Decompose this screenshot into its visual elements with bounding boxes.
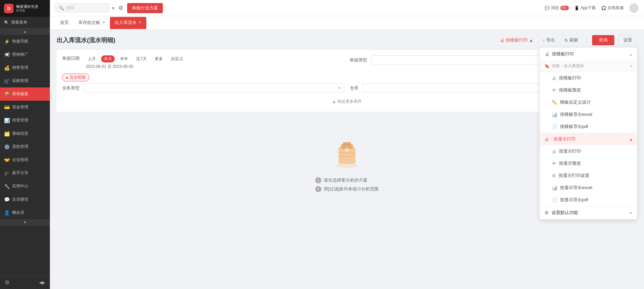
refresh-btn[interactable]: ↻ 刷新 — [562, 36, 581, 45]
date-option-this-year[interactable]: 本年 — [117, 55, 131, 62]
tab-batch-close[interactable]: ✕ — [102, 20, 105, 25]
template-print-item[interactable]: 🖨 按模板打印 — [540, 72, 637, 84]
sidebar: b 畅捷通好生意 标准版 🔍 搜索菜单 ▲ ⚡ 快捷导航 📢 营销推广 💰 销售… — [0, 0, 50, 289]
tag-icon: ● — [66, 75, 68, 80]
display-print-section: 🖨 按显示打印 ▴ 🖨 按显示打印 👁 按显示预览 ⚙ 按显示打印设置 — [540, 133, 637, 206]
template-pdf-item-label: 按模板导出pdf — [560, 124, 588, 130]
system-icon: ⚙️ — [4, 144, 9, 150]
sidebar-collapse-btn[interactable]: ◀▶ — [39, 280, 45, 285]
template-custom-item[interactable]: ✏️ 模板自定义设计 — [540, 96, 637, 108]
marketing-icon: 📢 — [4, 52, 9, 57]
template-excel-item[interactable]: 📊 按模板导出excel — [540, 108, 637, 121]
message-btn[interactable]: 💬 消息 99+ — [545, 5, 569, 11]
message-badge: 99+ — [560, 6, 569, 10]
scroll-down-btn[interactable]: ▼ — [0, 219, 50, 226]
sidebar-item-inventory[interactable]: 📦 库存核算 — [0, 87, 50, 101]
tab-batch-label: 库存批次账 — [78, 20, 100, 26]
template-print-header[interactable]: 🖨 按模板打印 ▴ — [540, 48, 637, 60]
sidebar-item-label: 企业协同 — [12, 157, 28, 163]
date-option-7-days[interactable]: 近7天 — [134, 55, 149, 62]
phone-icon: 📱 — [574, 6, 579, 10]
sidebar-item-system[interactable]: ⚙️ 系统管理 — [0, 140, 50, 153]
main-area: 🔍 搜索 ▾ ⚙ 体验行业方案 💬 消息 99+ 📱 App下载 🎧 在线客服 — [50, 0, 644, 289]
empty-illustration: ? — [330, 137, 364, 170]
display-preview-item[interactable]: 👁 按显示预览 — [540, 157, 637, 169]
tab-flow-close[interactable]: ✕ — [139, 20, 142, 25]
type-filter-label: 单据类型 — [350, 57, 367, 63]
date-option-more[interactable]: 更多 — [152, 55, 166, 62]
topbar-search-box[interactable]: 🔍 搜索 — [55, 3, 109, 12]
template-section-chevron: ▴ — [630, 52, 632, 57]
default-section: ⚙ 设置默认功能 ▾ — [540, 206, 637, 219]
quicknav-icon: ⚡ — [4, 39, 9, 44]
finance-icon: 💳 — [4, 105, 9, 110]
user-avatar[interactable] — [629, 3, 639, 13]
date-option-custom[interactable]: 自定义 — [168, 55, 186, 62]
template-print-section: 🖨 按模板打印 ▴ 🔖 当前：出入库流水 ▾ 🖨 按模板打印 — [540, 48, 637, 133]
date-option-last-month[interactable]: 上月 — [85, 55, 98, 62]
display-printer-icon: 🖨 — [545, 137, 549, 142]
export-icon: ↑ — [543, 38, 545, 43]
template-print-header-left: 🖨 按模板打印 — [545, 51, 574, 57]
date-option-this-month[interactable]: 本月 — [101, 55, 115, 62]
sidebar-item-sales[interactable]: 💰 销售管理 — [0, 61, 50, 74]
industry-btn[interactable]: 体验行业方案 — [127, 3, 163, 13]
export-label: 导出 — [546, 37, 555, 43]
tab-home[interactable]: 首页 — [55, 17, 74, 29]
tab-flow[interactable]: 出入库流水 ✕ — [110, 17, 146, 29]
display-settings-item[interactable]: ⚙ 按显示打印设置 — [540, 169, 637, 182]
app-download-btn[interactable]: 📱 App下载 — [574, 5, 596, 11]
tip-text-1: 请先选择要分析的方案 — [324, 178, 368, 183]
sidebar-search[interactable]: 🔍 搜索菜单 — [0, 17, 50, 28]
sidebar-item-basic[interactable]: 🗂️ 基础信息 — [0, 127, 50, 140]
default-section-header[interactable]: ⚙ 设置默认功能 ▾ — [540, 206, 637, 219]
display-pdf-item[interactable]: 📄 按显示导出pdf — [540, 194, 637, 206]
app-download-label: App下载 — [581, 5, 596, 11]
topbar: 🔍 搜索 ▾ ⚙ 体验行业方案 💬 消息 99+ 📱 App下载 🎧 在线客服 — [50, 0, 644, 16]
sidebar-item-purchase[interactable]: 🛒 采购管理 — [0, 74, 50, 87]
display-pdf-icon: 📄 — [552, 198, 557, 203]
default-header-left: ⚙ 设置默认功能 — [545, 210, 578, 216]
display-print-header[interactable]: 🖨 按显示打印 ▴ — [540, 133, 637, 145]
display-print-item[interactable]: 🖨 按显示打印 — [540, 145, 637, 157]
sidebar-search-label: 搜索菜单 — [11, 20, 27, 25]
topbar-gear-button[interactable]: ⚙ — [117, 3, 124, 12]
display-excel-item[interactable]: 📊 按显示导出excel — [540, 182, 637, 194]
logo-text: 畅捷通好生意 标准版 — [16, 4, 38, 13]
sidebar-item-guide[interactable]: 🎓 新手引导 — [0, 166, 50, 180]
page-title: 出入库流水(流水明细) — [57, 36, 115, 44]
sidebar-item-member[interactable]: 👤 畅会员 — [0, 206, 50, 219]
chevron-down-icon2: ▾ — [338, 85, 341, 90]
brand-name: 畅捷通好生意 — [16, 4, 38, 9]
sidebar-item-apps[interactable]: 🔧 应用中心 — [0, 180, 50, 193]
template-excel-item-label: 按模板导出excel — [560, 111, 592, 117]
sidebar-item-marketing[interactable]: 📢 营销推广 — [0, 48, 50, 61]
active-filter-tag[interactable]: ● 流水明细 — [62, 74, 89, 81]
export-btn[interactable]: ↑ 导出 — [540, 36, 558, 45]
template-preview-item[interactable]: 👁 按模板预览 — [540, 84, 637, 96]
collapse-more-btn[interactable]: ▲ 收起更多条件 — [330, 97, 364, 106]
print-template-btn[interactable]: 🖨 按模板打印 ▲ — [497, 36, 536, 45]
settings-button[interactable]: 设置 — [618, 35, 637, 45]
online-service-btn[interactable]: 🎧 在线客服 — [601, 5, 624, 11]
query-button[interactable]: 查询 — [592, 35, 614, 45]
sidebar-item-operations[interactable]: 📊 经营管理 — [0, 114, 50, 127]
sidebar-settings-icon[interactable]: ⚙ — [5, 279, 9, 286]
sidebar-item-label: 基础信息 — [12, 131, 28, 136]
sidebar-item-cooperation[interactable]: 🤝 企业协同 — [0, 153, 50, 166]
template-pdf-item[interactable]: 📄 按模板导出pdf — [540, 121, 637, 133]
display-pdf-item-label: 按显示导出pdf — [560, 197, 588, 203]
topbar-chevron-icon[interactable]: ▾ — [112, 5, 114, 11]
online-service-label: 在线客服 — [608, 5, 624, 11]
operations-icon: 📊 — [4, 118, 9, 123]
sidebar-item-quicknav[interactable]: ⚡ 快捷导航 — [0, 35, 50, 48]
sidebar-item-wechat[interactable]: 💬 企业微信 — [0, 193, 50, 206]
tab-batch[interactable]: 库存批次账 ✕ — [74, 17, 110, 29]
sidebar-item-label: 资金管理 — [12, 104, 28, 110]
headset-icon: 🎧 — [601, 6, 606, 10]
sidebar-item-finance[interactable]: 💳 资金管理 — [0, 101, 50, 114]
scroll-up-btn[interactable]: ▲ — [0, 28, 50, 35]
sales-icon: 💰 — [4, 65, 9, 71]
biz-filter-select[interactable]: ▾ — [84, 83, 344, 93]
cooperation-icon: 🤝 — [4, 157, 9, 163]
